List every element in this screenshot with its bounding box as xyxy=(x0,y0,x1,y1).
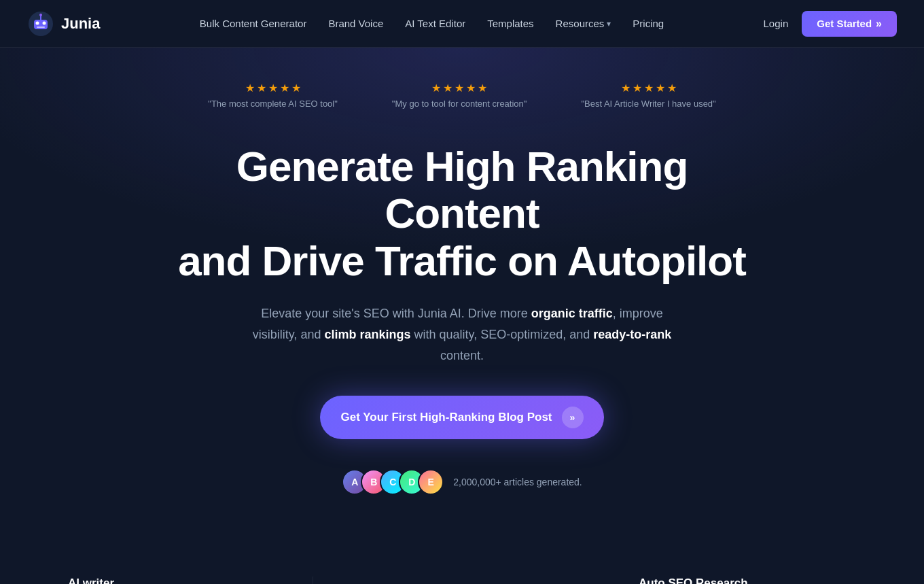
features-section: AI writer Generate comprehensive people-… xyxy=(0,536,924,584)
feature-card-ai-writer: AI writer Generate comprehensive people-… xyxy=(68,577,285,584)
star-icon: ★ xyxy=(466,82,476,95)
stars-1: ★ ★ ★ ★ ★ xyxy=(245,82,301,95)
nav-actions: Login Get Started » xyxy=(764,11,897,37)
avatar: E xyxy=(418,469,444,495)
nav-brand-voice[interactable]: Brand Voice xyxy=(328,18,383,29)
logo-icon xyxy=(27,10,54,37)
arrows-icon: » xyxy=(876,18,882,30)
cta-wrapper: Get Your First High-Ranking Blog Post » xyxy=(320,396,603,439)
social-proof: A B C D E 2,000,000+ articles generated. xyxy=(342,469,582,495)
login-button[interactable]: Login xyxy=(764,18,789,29)
feature-title-seo-research: Auto SEO Research xyxy=(639,577,856,584)
svg-point-2 xyxy=(36,21,39,24)
svg-rect-4 xyxy=(37,27,45,28)
review-text-3: "Best AI Article Writer I have used" xyxy=(581,99,715,109)
star-icon: ★ xyxy=(257,82,266,95)
review-item-2: ★ ★ ★ ★ ★ "My go to tool for content cre… xyxy=(392,82,527,109)
star-icon: ★ xyxy=(644,82,654,95)
star-icon: ★ xyxy=(443,82,452,95)
review-text-1: "The most complete AI SEO tool" xyxy=(208,99,338,109)
feature-card-seo-research: Auto SEO Research Create outlines based … xyxy=(639,577,856,584)
star-icon: ★ xyxy=(656,82,665,95)
star-icon: ★ xyxy=(268,82,278,95)
nav-pricing[interactable]: Pricing xyxy=(633,18,664,29)
features-divider xyxy=(313,577,313,584)
chevron-down-icon: ▾ xyxy=(607,19,611,29)
star-icon: ★ xyxy=(291,82,301,95)
star-icon: ★ xyxy=(245,82,255,95)
review-text-2: "My go to tool for content creation" xyxy=(392,99,527,109)
svg-point-3 xyxy=(43,21,46,24)
nav-links: Bulk Content Generator Brand Voice AI Te… xyxy=(200,18,664,30)
nav-templates[interactable]: Templates xyxy=(487,18,533,29)
svg-point-6 xyxy=(39,14,42,16)
avatars-group: A B C D E xyxy=(342,469,444,495)
star-icon: ★ xyxy=(431,82,441,95)
review-item-1: ★ ★ ★ ★ ★ "The most complete AI SEO tool… xyxy=(208,82,338,109)
hero-headline: Generate High Ranking Content and Drive … xyxy=(170,143,754,284)
reviews-row: ★ ★ ★ ★ ★ "The most complete AI SEO tool… xyxy=(208,82,715,109)
get-started-button[interactable]: Get Started » xyxy=(802,11,897,37)
feature-title-ai-writer: AI writer xyxy=(68,577,285,584)
navbar: Junia Bulk Content Generator Brand Voice… xyxy=(0,0,924,48)
star-icon: ★ xyxy=(478,82,487,95)
nav-bulk-content[interactable]: Bulk Content Generator xyxy=(200,18,307,29)
star-icon: ★ xyxy=(280,82,289,95)
hero-subtext: Elevate your site's SEO with Junia AI. D… xyxy=(238,303,686,366)
star-icon: ★ xyxy=(633,82,642,95)
logo-link[interactable]: Junia xyxy=(27,10,100,37)
logo-text: Junia xyxy=(61,15,100,33)
stars-2: ★ ★ ★ ★ ★ xyxy=(431,82,487,95)
cta-arrows-icon: » xyxy=(562,407,584,428)
stars-3: ★ ★ ★ ★ ★ xyxy=(621,82,677,95)
review-item-3: ★ ★ ★ ★ ★ "Best AI Article Writer I have… xyxy=(581,82,715,109)
cta-button[interactable]: Get Your First High-Ranking Blog Post » xyxy=(320,396,603,439)
nav-ai-text-editor[interactable]: AI Text Editor xyxy=(405,18,465,29)
star-icon: ★ xyxy=(621,82,630,95)
hero-section: ★ ★ ★ ★ ★ "The most complete AI SEO tool… xyxy=(0,48,924,536)
social-count-text: 2,000,000+ articles generated. xyxy=(453,477,582,487)
star-icon: ★ xyxy=(667,82,677,95)
nav-resources[interactable]: Resources ▾ xyxy=(556,18,611,29)
star-icon: ★ xyxy=(455,82,464,95)
